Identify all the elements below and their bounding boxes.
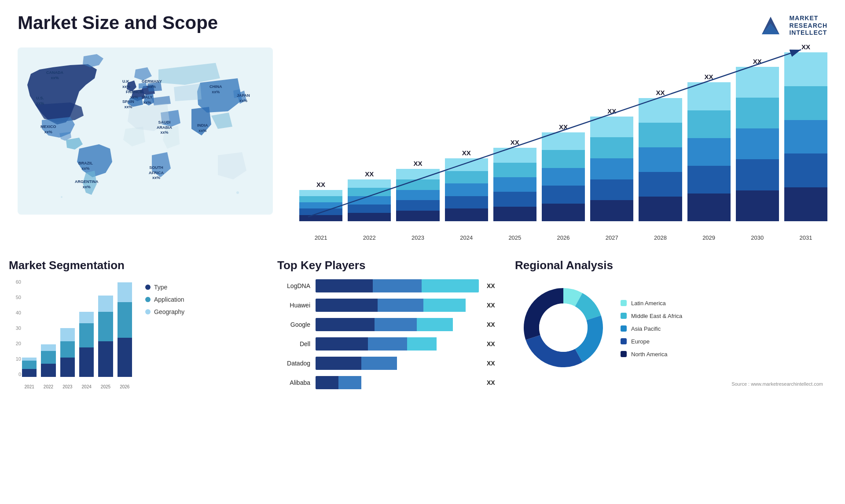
bar-chart-wrapper: XXXXXXXXXXXXXXXXXXXXXX 20212022202320242… (299, 43, 827, 241)
bar-segment (299, 208, 342, 215)
legend-label-geography: Geography (154, 308, 184, 315)
seg-chart-container: 60 50 40 30 20 10 0 20212022202320242025… (9, 279, 264, 389)
seg-bar-group (41, 279, 55, 377)
player-bar-track (316, 299, 479, 312)
bar-top-label: XX (753, 58, 762, 65)
regional-legend-label: Asia Pacific (631, 325, 661, 332)
regional-legend-item: Asia Pacific (621, 325, 682, 332)
bar-segment (736, 159, 779, 190)
bar-top-label: XX (656, 89, 665, 96)
bar-segment (784, 86, 827, 120)
bar-segment (396, 211, 439, 221)
bar-stack (590, 117, 633, 221)
map-label-brazil: BRAZIL xx% (78, 161, 93, 171)
bar-segment (639, 98, 682, 123)
player-bar-seg1 (316, 337, 368, 351)
player-row: HuaweiXX (277, 299, 497, 312)
bar-x-label: 2027 (590, 234, 633, 241)
bar-segment (736, 67, 779, 98)
seg-type-bar (118, 338, 132, 377)
map-label-canada: CANADA xx% (46, 70, 63, 80)
bar-segment (445, 183, 488, 196)
bar-segment (590, 200, 633, 221)
bar-segment (348, 196, 391, 205)
page-title: Market Size and Scope (18, 12, 218, 33)
seg-app-bar (79, 323, 94, 347)
player-row: GoogleXX (277, 318, 497, 331)
bar-stack (784, 52, 827, 221)
regional-legend-label: Latin America (631, 300, 666, 307)
seg-x-label: 2026 (118, 384, 132, 389)
player-bar-seg1 (316, 279, 373, 292)
bar-segment (590, 158, 633, 179)
seg-bar-group (22, 279, 37, 377)
bar-segment (445, 196, 488, 209)
regional-legend-item: Latin America (621, 300, 682, 307)
legend-dot-application (145, 297, 151, 302)
bar-segment (542, 168, 585, 186)
bar-segment (590, 117, 633, 138)
bar-top-label: XX (462, 149, 471, 157)
map-label-argentina: ARGENTINA xx% (75, 179, 99, 190)
player-row: LogDNAXX (277, 279, 497, 292)
bar-segment (493, 177, 536, 192)
bar-segment (687, 166, 731, 194)
map-label-spain: SPAIN xx% (122, 99, 134, 110)
regional-legend-label: Europe (631, 338, 650, 345)
legend-type: Type (145, 284, 184, 291)
regional-legend-dot (621, 325, 627, 332)
bar-segment (542, 132, 585, 150)
map-label-southafrica: SOUTH AFRICA xx% (149, 165, 164, 181)
bar-group-2028: XX (639, 43, 682, 221)
bar-segment (639, 123, 682, 147)
map-label-india: INDIA xx% (197, 123, 208, 133)
map-label-mexico: MEXICO xx% (40, 124, 56, 135)
bar-segment (445, 158, 488, 171)
bar-x-label: 2026 (542, 234, 585, 241)
player-value: XX (487, 302, 497, 309)
bar-group-2026: XX (542, 43, 585, 221)
bar-top-label: XX (801, 43, 810, 51)
bar-top-label: XX (705, 73, 713, 80)
bar-stack (542, 132, 585, 222)
legend-label-application: Application (154, 296, 184, 303)
bar-x-label: 2022 (348, 234, 391, 241)
player-bar-seg3 (407, 337, 437, 351)
bar-group-2031: XX (784, 43, 827, 221)
bar-segment (542, 186, 585, 204)
player-bar-seg2 (378, 299, 423, 312)
map-label-saudi: SAUDI ARABIA xx% (157, 120, 172, 135)
bar-segment (299, 190, 342, 196)
bar-stack (396, 169, 439, 221)
svg-point-4 (61, 196, 62, 198)
player-name: Huawei (277, 302, 310, 309)
y-label-50: 50 (16, 295, 21, 300)
map-label-us: U.S. xx% (36, 96, 44, 106)
bar-segment (784, 153, 827, 187)
bar-x-label: 2021 (299, 234, 342, 241)
seg-app-bar (118, 302, 132, 338)
y-label-20: 20 (16, 341, 21, 346)
bar-group-2022: XX (348, 43, 391, 221)
regional-legend-label: Middle East & Africa (631, 313, 682, 319)
bar-segment (348, 213, 391, 221)
seg-x-label: 2025 (98, 384, 113, 389)
regional-legend-item: Middle East & Africa (621, 313, 682, 319)
regional-legend-dot (621, 300, 627, 306)
bar-group-2023: XX (396, 43, 439, 221)
bar-segment (348, 205, 391, 213)
player-bar-seg2 (368, 337, 407, 351)
y-label-60: 60 (16, 279, 21, 285)
bar-segment (736, 128, 779, 159)
bar-segment (590, 179, 633, 201)
logo-container: MARKET RESEARCH INTELLECT (757, 12, 827, 39)
bar-chart-section: XXXXXXXXXXXXXXXXXXXXXX 20212022202320242… (282, 43, 836, 254)
seg-app-bar (98, 312, 113, 341)
svg-point-3 (236, 191, 239, 194)
bar-stack (736, 67, 779, 221)
bar-x-label: 2028 (639, 234, 682, 241)
regional-legend-item: Europe (621, 338, 682, 345)
player-bar-seg3 (423, 299, 466, 312)
seg-geo-bar (118, 282, 132, 302)
regional-legend-dot (621, 338, 627, 344)
